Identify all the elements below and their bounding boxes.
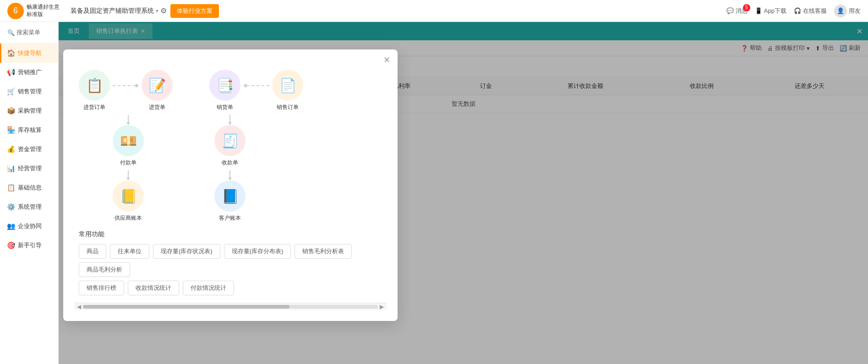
receipt-bill-icon: 🧾 [222, 133, 239, 149]
purchase-order-label: 进货订单 [83, 103, 105, 111]
common-title: 常用功能 [79, 230, 382, 239]
flow-node-purchase-order[interactable]: 📋 进货订单 [79, 70, 110, 111]
top-bar: 6 畅康通好生意 标准版 装备及固定资产辅助管理系统 ▾ ⚙ 体验行业方案 💬 … [0, 0, 868, 22]
avatar: 👤 [834, 5, 847, 17]
func-btn-partners[interactable]: 往来单位 [110, 244, 149, 259]
system-icon: ⚙️ [7, 203, 15, 211]
finance-icon: 💰 [7, 145, 15, 153]
func-btn-goods[interactable]: 商品 [79, 244, 106, 259]
service-icon: 🎧 [794, 7, 801, 14]
scrollbar-thumb [83, 305, 289, 309]
customer-ledger-icon: 📘 [222, 188, 239, 204]
guide-icon: 🎯 [7, 241, 15, 250]
main-layout: 🔍 搜索菜单 🏠 快捷导航 📢 营销推广 🛒 销售管理 📦 [0, 22, 868, 364]
scroll-right-arrow[interactable]: ▶ [378, 304, 386, 310]
flow-node-purchase-bill[interactable]: 📝 进货单 [142, 70, 173, 111]
sidebar-item-purchase[interactable]: 📦 采购管理 [0, 101, 58, 120]
inventory-icon: 🏪 [7, 126, 15, 134]
func-btn-goods-profit[interactable]: 商品毛利分析 [79, 262, 130, 277]
quick-guide-modal: ✕ 📋 进货订单 [63, 49, 398, 321]
common-functions: 常用功能 商品 往来单位 现存量(库存状况表) 现存量(库存分布表) 销售毛利分… [74, 230, 387, 295]
purchase-bill-icon: 📝 [149, 77, 166, 93]
flow-node-payment-bill[interactable]: 💴 付款单 [113, 125, 144, 167]
logo-icon: 6 [7, 3, 24, 19]
sidebar-item-basic-info[interactable]: 📋 基础信息 [0, 178, 58, 197]
basic-info-icon: 📋 [7, 184, 15, 192]
sidebar-item-sales[interactable]: 🛒 销售管理 [0, 82, 58, 101]
func-btn-stock-dist[interactable]: 现存量(库存分布表) [224, 244, 291, 259]
system-title-wrapper: 装备及固定资产辅助管理系统 ▾ ⚙ [71, 6, 167, 15]
sidebar-nav: 🏠 快捷导航 📢 营销推广 🛒 销售管理 📦 采购管理 🏪 库存核 [0, 43, 58, 364]
flow-node-supplier-ledger[interactable]: 📒 供应商账本 [113, 180, 144, 222]
user-menu[interactable]: 👤 用友 [834, 5, 861, 17]
purchase-bill-label: 进货单 [149, 103, 165, 111]
func-btn-stock-status[interactable]: 现存量(库存状况表) [153, 244, 220, 259]
flow-node-sales-bill[interactable]: 📑 销货单 [209, 70, 240, 111]
sidebar-item-operations[interactable]: 📊 经营管理 [0, 159, 58, 178]
content-area: 首页 销售订单执行表 ✕ ✕ ❓ 帮助 🖨 按模板打印 ▾ [59, 22, 868, 364]
sidebar-search-button[interactable]: 🔍 搜索菜单 [4, 27, 55, 38]
sidebar-search-area: 🔍 搜索菜单 [0, 22, 58, 43]
function-buttons: 商品 往来单位 现存量(库存状况表) 现存量(库存分布表) 销售毛利分析表 商品… [79, 244, 382, 277]
trial-button[interactable]: 体验行业方案 [170, 4, 219, 18]
sales-order-label: 销售订单 [277, 103, 299, 111]
brand-text: 畅康通好生意 标准版 [27, 4, 60, 18]
top-bar-right: 💬 消息 5 📱 App下载 🎧 在线客服 👤 用友 [726, 5, 861, 17]
receipt-bill-label: 收款单 [222, 159, 238, 167]
payment-bill-icon: 💴 [120, 133, 137, 149]
scrollbar-area: ◀ ▶ [74, 303, 387, 310]
customer-ledger-label: 客户账本 [219, 214, 241, 222]
sidebar: 🔍 搜索菜单 🏠 快捷导航 📢 营销推广 🛒 销售管理 📦 [0, 22, 59, 364]
sidebar-item-quick-nav[interactable]: 🏠 快捷导航 [0, 43, 58, 63]
sidebar-item-enterprise[interactable]: 👥 企业协同 [0, 217, 58, 236]
function-buttons-row2: 销售排行榜 收款情况统计 付款情况统计 [79, 281, 382, 295]
flow-node-receipt-bill[interactable]: 🧾 收款单 [214, 125, 246, 167]
sidebar-item-system[interactable]: ⚙️ 系统管理 [0, 197, 58, 217]
sales-bill-label: 销货单 [217, 103, 233, 111]
modal-overlay: ✕ 📋 进货订单 [59, 22, 868, 364]
logo-area: 6 畅康通好生意 标准版 [7, 3, 67, 19]
sales-icon: 🛒 [7, 87, 15, 96]
flow-node-customer-ledger[interactable]: 📘 客户账本 [214, 180, 246, 222]
system-title: 装备及固定资产辅助管理系统 [71, 7, 154, 15]
flow-diagram: 📋 进货订单 [74, 60, 387, 230]
supplier-ledger-icon: 📒 [120, 188, 137, 204]
flow-node-sales-order[interactable]: 📄 销售订单 [272, 70, 303, 111]
func-btn-sales-rank[interactable]: 销售排行榜 [79, 281, 124, 295]
enterprise-icon: 👥 [7, 222, 15, 230]
system-dropdown-arrow[interactable]: ▾ [156, 8, 158, 14]
app-download-button[interactable]: 📱 App下载 [755, 7, 786, 15]
func-btn-payment-stats[interactable]: 付款情况统计 [183, 281, 234, 295]
supplier-ledger-label: 供应商账本 [115, 214, 142, 222]
sidebar-item-guide[interactable]: 🎯 新手引导 [0, 236, 58, 255]
purchase-order-icon: 📋 [86, 77, 103, 93]
app-icon: 📱 [755, 7, 762, 14]
payment-bill-label: 付款单 [120, 159, 136, 167]
home-icon: 🏠 [7, 49, 15, 57]
modal-close-button[interactable]: ✕ [383, 55, 390, 65]
sidebar-item-finance[interactable]: 💰 资金管理 [0, 140, 58, 159]
online-service-button[interactable]: 🎧 在线客服 [794, 7, 827, 15]
marketing-icon: 📢 [7, 68, 15, 76]
func-btn-sales-profit[interactable]: 销售毛利分析表 [295, 244, 352, 259]
search-icon: 🔍 [7, 29, 15, 36]
sidebar-item-inventory[interactable]: 🏪 库存核算 [0, 120, 58, 140]
top-bar-left: 6 畅康通好生意 标准版 装备及固定资产辅助管理系统 ▾ ⚙ 体验行业方案 [7, 3, 219, 19]
sales-bill-icon: 📑 [217, 77, 234, 93]
purchase-icon: 📦 [7, 107, 15, 115]
scroll-left-arrow[interactable]: ◀ [75, 304, 83, 310]
message-button[interactable]: 💬 消息 5 [726, 7, 748, 15]
sidebar-item-marketing[interactable]: 📢 营销推广 [0, 63, 58, 82]
message-badge: 5 [743, 4, 750, 11]
func-btn-receipt-stats[interactable]: 收款情况统计 [128, 281, 179, 295]
settings-icon[interactable]: ⚙ [160, 6, 167, 15]
scrollbar-track[interactable] [83, 305, 378, 309]
message-icon: 💬 [726, 7, 734, 14]
operations-icon: 📊 [7, 164, 15, 173]
sales-order-icon: 📄 [279, 77, 296, 93]
